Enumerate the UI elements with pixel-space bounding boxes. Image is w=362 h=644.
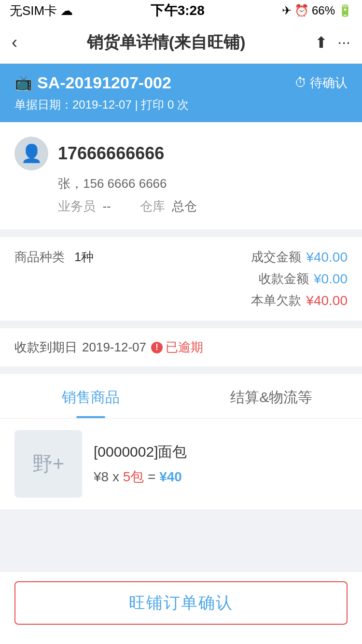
product-price: ¥8 x 5包 = ¥40 (94, 468, 348, 486)
customer-meta: 业务员 -- 仓库 总仓 (58, 198, 348, 215)
due-date-card: 收款到期日 2019-12-07 ! 已逾期 (0, 328, 362, 366)
confirm-order-button[interactable]: 旺铺订单确认 (14, 581, 348, 625)
product-type: 商品种类 1种 (14, 249, 94, 266)
deal-amount-row: 成交金额 ¥40.00 (251, 249, 348, 266)
sales-label: 业务员 -- (58, 198, 111, 215)
price-x: x (112, 469, 123, 484)
status-bar: 无SIM卡 ☁ 下午3:28 ✈ ⏰ 66% 🔋 (0, 0, 362, 21)
received-label: 收款金额 (259, 270, 309, 287)
price-base: ¥8 (94, 469, 109, 484)
price-qty: 5包 (123, 469, 144, 484)
order-id: SA-20191207-002 (37, 73, 171, 92)
nav-bar: ‹ 销货单详情(来自旺铺) ⬆ ··· (0, 21, 362, 64)
warehouse-value: 总仓 (172, 199, 197, 213)
product-image: 野+ (14, 430, 82, 498)
status-left: 无SIM卡 ☁ (10, 2, 73, 19)
order-banner-top: 📺 SA-20191207-002 ⏱ 待确认 (14, 73, 348, 92)
clock-icon: ⏱ (294, 75, 307, 90)
location-icon: ✈ (282, 4, 292, 17)
tabs-container: 销售商品 结算&物流等 (0, 374, 362, 419)
order-status: ⏱ 待确认 (294, 74, 348, 91)
customer-card: 👤 17666666666 张，156 6666 6666 业务员 -- 仓库 … (0, 122, 362, 229)
sales-value: -- (102, 199, 111, 213)
overdue-dot-icon: ! (151, 342, 163, 353)
amounts: 成交金额 ¥40.00 收款金额 ¥0.00 本单欠款 ¥40.00 (251, 249, 348, 309)
sim-status: 无SIM卡 ☁ (10, 2, 73, 19)
page-title: 销货单详情(来自旺铺) (87, 31, 246, 54)
status-text: 待确认 (310, 74, 348, 91)
status-time: 下午3:28 (151, 1, 205, 20)
warehouse-label: 仓库 总仓 (140, 198, 197, 215)
deal-amount-label: 成交金额 (251, 249, 301, 266)
tab-active-underline (76, 416, 105, 418)
tab-settlement[interactable]: 结算&物流等 (181, 374, 362, 418)
overdue-text: 已逾期 (166, 339, 203, 356)
deal-amount-value: ¥40.00 (306, 250, 348, 265)
due-date: 2019-12-07 (82, 340, 146, 355)
summary-card: 商品种类 1种 成交金额 ¥40.00 收款金额 ¥0.00 本单欠款 ¥40.… (0, 237, 362, 321)
customer-sub-info: 张，156 6666 6666 (58, 175, 348, 192)
product-card: 野+ [0000002]面包 ¥8 x 5包 = ¥40 (0, 419, 362, 509)
bottom-button-area: 旺铺订单确认 (0, 571, 362, 644)
avatar-icon: 👤 (21, 143, 42, 164)
tab-settlement-label: 结算&物流等 (230, 389, 312, 405)
product-name: [0000002]面包 (94, 442, 348, 462)
summary-row: 商品种类 1种 成交金额 ¥40.00 收款金额 ¥0.00 本单欠款 ¥40.… (14, 249, 348, 309)
received-row: 收款金额 ¥0.00 (259, 270, 348, 287)
product-info: [0000002]面包 ¥8 x 5包 = ¥40 (94, 442, 348, 486)
owed-row: 本单欠款 ¥40.00 (251, 292, 348, 309)
battery-icon: 🔋 (338, 4, 352, 17)
received-value: ¥0.00 (314, 271, 348, 287)
share-icon[interactable]: ⬆ (315, 33, 328, 52)
tab-sales-label: 销售商品 (62, 389, 120, 405)
customer-top: 👤 17666666666 (14, 137, 348, 170)
tab-sales-products[interactable]: 销售商品 (0, 374, 181, 418)
more-icon[interactable]: ··· (337, 33, 350, 51)
battery-level: 66% (312, 4, 335, 17)
customer-phone: 17666666666 (58, 143, 164, 164)
owed-label: 本单欠款 (251, 292, 301, 309)
back-button[interactable]: ‹ (12, 32, 17, 53)
price-total: ¥40 (159, 469, 182, 484)
owed-value: ¥40.00 (306, 293, 348, 308)
due-label: 收款到期日 (14, 339, 77, 356)
price-equals: = (148, 469, 159, 484)
alarm-icon: ⏰ (294, 4, 309, 17)
status-right: ✈ ⏰ 66% 🔋 (282, 4, 352, 17)
order-icon: 📺 (14, 74, 32, 91)
avatar: 👤 (14, 137, 48, 170)
order-date: 单据日期：2019-12-07 | 打印 0 次 (14, 97, 348, 112)
product-type-label: 商品种类 (14, 249, 65, 266)
product-logo: 野+ (32, 450, 65, 477)
nav-actions: ⬆ ··· (315, 33, 350, 52)
order-banner: 📺 SA-20191207-002 ⏱ 待确认 单据日期：2019-12-07 … (0, 64, 362, 122)
overdue-badge: ! 已逾期 (151, 339, 203, 356)
product-type-value: 1种 (74, 249, 94, 266)
